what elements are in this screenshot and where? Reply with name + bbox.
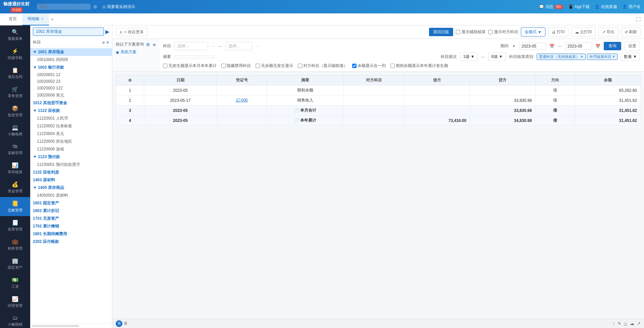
edit-icon[interactable]: ✎ [618, 321, 621, 326]
sidebar-item-ecommerce[interactable]: 💻 小畅电商 [0, 121, 30, 140]
tree-node-10020002[interactable]: 10020002 23 [30, 78, 112, 85]
tree-node-11230001[interactable]: 11230001 预付款款黑字 [30, 161, 112, 169]
account-tree-scroll[interactable]: ▼1001 库存现金 10010001 同同同 ▼1002 银行存款 10020… [30, 47, 112, 323]
tree-node-11220001[interactable]: 11220001 人民币 [30, 115, 112, 122]
tree-node-11220002[interactable]: 11220002 往来标签 [30, 122, 112, 130]
scheme-item-system[interactable]: ◉ 系统方案 [116, 49, 155, 55]
row-voucher[interactable] [217, 85, 267, 95]
export-btn[interactable]: ↗ 导出 [598, 27, 618, 37]
tree-nav-arrow[interactable]: ▶ [105, 28, 109, 35]
row-voucher[interactable] [217, 116, 267, 126]
checkbox-opposite[interactable]: 对方科目（显示辅助项） [298, 63, 347, 69]
header-search-input[interactable] [37, 4, 91, 10]
show-auxiliary-checkbox[interactable]: 显示辅助核算 [456, 29, 486, 35]
query-btn[interactable]: 查询 [604, 42, 621, 50]
tree-node-1702[interactable]: 1702 累计摊销 [30, 222, 112, 230]
sidebar-item-management[interactable]: 📈 经营管理 [0, 292, 30, 312]
tree-node-10020001[interactable]: 10020001 12 [30, 71, 112, 78]
lang-btn[interactable]: 英 英 [116, 320, 127, 327]
user-avatar[interactable]: 👤 用户名 [622, 4, 641, 10]
sidebar-item-assets[interactable]: 🏢 固定资产 [0, 254, 30, 273]
checkbox-hide-disabled[interactable]: 隐藏禁用科目 [221, 63, 251, 69]
app-download-btn[interactable]: 📱 App下载 [568, 4, 590, 10]
date-end-input[interactable]: 2023-05 [565, 43, 592, 50]
tab-add-btn[interactable]: + [51, 16, 54, 22]
triangle-icon[interactable]: △ [624, 321, 627, 326]
calendar-start-icon[interactable]: 📅 [549, 44, 554, 49]
tree-node-14050001[interactable]: 14050001 原材料 [30, 192, 112, 199]
sidebar-item-nav[interactable]: ⚡ 快捷导航 [0, 45, 30, 64]
sidebar-item-inventory[interactable]: 📊 库存核算 [0, 159, 30, 178]
checkbox-year-cumulative[interactable]: 期初余额显示本年累计发生额 [390, 63, 448, 69]
tree-node-1123[interactable]: ▼1123 预付款 [30, 153, 112, 161]
sidebar-item-ledger[interactable]: 📒 总账管理 [0, 197, 30, 216]
quantity-select[interactable]: 数量 ▼ [621, 53, 640, 61]
tab-close-icon[interactable]: ✕ [41, 17, 44, 21]
scheme-collapse-icon[interactable]: ◀ [152, 42, 155, 47]
cloud-icon[interactable]: ☁ [630, 321, 634, 326]
print-btn[interactable]: 🖨 打印 [548, 27, 569, 37]
tree-node-2202[interactable]: 2202 应付账款 [30, 238, 112, 246]
tree-node-1801[interactable]: 1801 长期待摊费用 [30, 230, 112, 238]
summary-input[interactable] [174, 56, 215, 58]
show-opposite-checkbox[interactable]: 显示对方科目 [488, 29, 518, 35]
category-tag-2[interactable]: 外币核算科目 ✕ [587, 54, 618, 60]
share-icon[interactable]: ↗ [637, 321, 641, 326]
tab-ledger[interactable]: 明细账 ✕ [22, 13, 49, 25]
settings-icon[interactable]: ⚙ [93, 4, 97, 9]
tree-node-1701[interactable]: 1701 无形资产 [30, 215, 112, 222]
demo-link[interactable]: ◎ 我要看实例演示 [102, 4, 135, 10]
tree-node-1602[interactable]: 1602 累计折旧 [30, 207, 112, 215]
message-btn[interactable]: 💬 消息 99+ [539, 4, 563, 10]
selected-account-display[interactable]: 1001 库存现金 [33, 27, 104, 36]
tree-node-1403[interactable]: 1403 原材料 [30, 176, 112, 184]
back-period-btn[interactable]: 退回旧版 [429, 28, 453, 36]
row-voucher[interactable] [217, 106, 267, 116]
checkbox-no-occurrence[interactable]: 无发生额显示本月本年累计 [163, 63, 217, 69]
tree-list-icon[interactable]: ≡ [102, 40, 105, 45]
collapse-btn[interactable]: ∧ ∧ 收起更多 [116, 28, 148, 36]
cloud-print-btn[interactable]: ☁ 云打印 [571, 27, 596, 37]
tree-scrollbar[interactable] [30, 323, 112, 328]
tree-node-11220006[interactable]: 11220006 游戏 [30, 145, 112, 153]
calendar-end-icon[interactable]: 📅 [595, 44, 600, 49]
sidebar-item-finance[interactable]: 💰 资金管理 [0, 178, 30, 197]
sidebar-item-tax[interactable]: 💼 税务管理 [0, 235, 30, 254]
tree-node-1001[interactable]: ▼1001 库存现金 [30, 48, 112, 56]
set-btn[interactable]: 设置 [625, 42, 640, 51]
category-tag-1[interactable]: 普通科目（无特殊核算） ✕ [537, 54, 586, 60]
currency-btn[interactable]: 金额式 ▼ [521, 27, 545, 37]
sidebar-item-search[interactable]: 🔍 搜索菜单 [0, 25, 30, 45]
refresh-btn[interactable]: ↺ 刷新 [621, 27, 641, 37]
tree-node-10020006[interactable]: 10020006 美元 [30, 91, 112, 99]
row-voucher[interactable]: 记-006 [217, 95, 267, 106]
tree-node-11220004[interactable]: 11220004 美元 [30, 130, 112, 138]
tree-node-10010001[interactable]: 10010001 同同同 [30, 56, 112, 64]
tag-close-1[interactable]: ✕ [580, 55, 583, 59]
tree-node-1012[interactable]: 1012 其他货币资金 [30, 99, 112, 107]
tree-node-1405[interactable]: ▼1405 库存商品 [30, 184, 112, 192]
sync-icon[interactable]: ↑ [613, 321, 615, 326]
scheme-settings-icon[interactable]: ⚙ [146, 42, 150, 47]
sidebar-item-purchase[interactable]: 🛍 采购管理 [0, 140, 30, 159]
sidebar-item-invoice[interactable]: 🧾 发票管理 [0, 216, 30, 235]
tree-node-1122[interactable]: ▼1122 应收款 [30, 107, 112, 115]
sidebar-item-wholesale[interactable]: 📦 批发管理 [0, 102, 30, 121]
tree-node-1601[interactable]: 1601 固定资产 [30, 199, 112, 207]
checkbox-balance-col[interactable]: 余额显示在一列 [352, 63, 386, 69]
tree-node-1002[interactable]: ▼1002 银行存款 [30, 64, 112, 71]
tab-home[interactable]: 首页 [3, 13, 22, 25]
tree-node-11220005[interactable]: 11220005 所在地区 [30, 138, 112, 145]
sidebar-item-retail[interactable]: 🛒 零售管理 [0, 83, 30, 102]
date-start-input[interactable]: 2023-05 [519, 43, 546, 50]
tree-node-10020003[interactable]: 10020003 122 [30, 85, 112, 91]
tag-close-2[interactable]: ✕ [612, 55, 615, 59]
tree-add-icon[interactable]: ✕ [106, 40, 109, 45]
fullscreen-btn[interactable]: ⛶ [636, 17, 641, 22]
level-end-select[interactable]: 6级 ▼ [488, 53, 506, 61]
level-start-select[interactable]: 1级 ▼ [460, 53, 478, 61]
sidebar-item-expense[interactable]: 🗂 小畅报销 [0, 312, 30, 328]
checkbox-no-balance[interactable]: 无余额无发生显示 [256, 63, 293, 69]
sidebar-item-project[interactable]: 📋 项目合同 [0, 64, 30, 83]
online-service-btn[interactable]: 👤 在线客服 [595, 4, 617, 10]
